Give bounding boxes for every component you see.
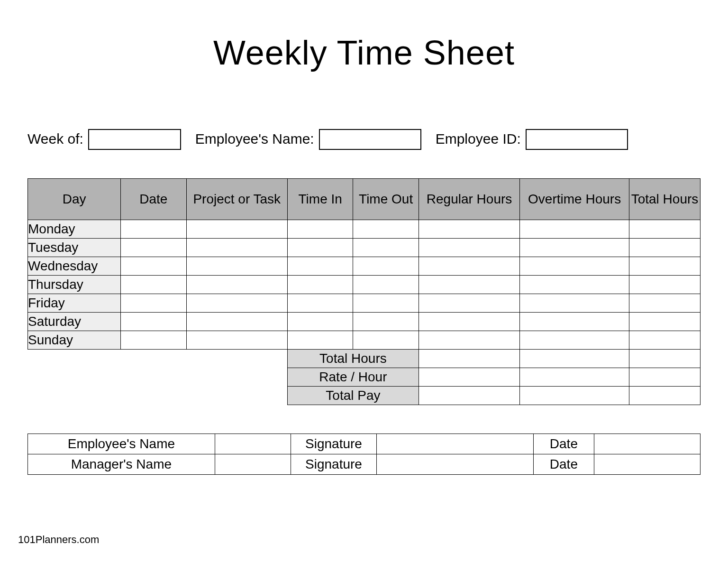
employee-id-input[interactable]	[526, 129, 628, 150]
date-cell[interactable]	[121, 220, 186, 239]
rate-reg[interactable]	[419, 368, 519, 387]
col-time-in: Time In	[287, 179, 353, 220]
total-cell[interactable]	[629, 294, 700, 313]
sig-emp-name-label: Employee's Name	[28, 434, 215, 454]
col-task: Project or Task	[186, 179, 287, 220]
rate-total[interactable]	[629, 368, 700, 387]
total-cell[interactable]	[629, 220, 700, 239]
sig-emp-date-label: Date	[533, 434, 594, 454]
sig-mgr-name-value[interactable]	[215, 454, 291, 475]
col-date: Date	[121, 179, 186, 220]
in-cell[interactable]	[287, 257, 353, 276]
reg-cell[interactable]	[419, 220, 519, 239]
col-regular: Regular Hours	[419, 179, 519, 220]
table-row: Saturday	[28, 313, 701, 331]
in-cell[interactable]	[287, 313, 353, 331]
out-cell[interactable]	[353, 331, 419, 350]
ot-cell[interactable]	[520, 220, 629, 239]
employee-name-label: Employee's Name:	[195, 131, 314, 147]
pay-reg[interactable]	[419, 387, 519, 405]
ot-cell[interactable]	[520, 276, 629, 294]
in-cell[interactable]	[287, 239, 353, 257]
out-cell[interactable]	[353, 239, 419, 257]
total-hours-ot[interactable]	[520, 350, 629, 368]
date-cell[interactable]	[121, 331, 186, 350]
in-cell[interactable]	[287, 294, 353, 313]
pay-ot[interactable]	[520, 387, 629, 405]
table-row: Tuesday	[28, 239, 701, 257]
task-cell[interactable]	[186, 257, 287, 276]
info-row: Week of: Employee's Name: Employee ID:	[27, 129, 701, 150]
total-hours-total[interactable]	[629, 350, 700, 368]
out-cell[interactable]	[353, 257, 419, 276]
ot-cell[interactable]	[520, 239, 629, 257]
reg-cell[interactable]	[419, 257, 519, 276]
table-row: Wednesday	[28, 257, 701, 276]
out-cell[interactable]	[353, 220, 419, 239]
out-cell[interactable]	[353, 294, 419, 313]
total-cell[interactable]	[629, 313, 700, 331]
total-cell[interactable]	[629, 239, 700, 257]
signature-table: Employee's Name Signature Date Manager's…	[27, 434, 701, 475]
week-of-input[interactable]	[88, 129, 181, 150]
date-cell[interactable]	[121, 294, 186, 313]
reg-cell[interactable]	[419, 294, 519, 313]
sig-mgr-name-label: Manager's Name	[28, 454, 215, 475]
date-cell[interactable]	[121, 276, 186, 294]
reg-cell[interactable]	[419, 276, 519, 294]
ot-cell[interactable]	[520, 331, 629, 350]
footer-attribution: 101Planners.com	[18, 534, 99, 546]
timesheet-table: Day Date Project or Task Time In Time Ou…	[27, 178, 701, 405]
day-cell: Sunday	[28, 331, 121, 350]
sig-mgr-date-value[interactable]	[594, 454, 700, 475]
summary-row-rate: Rate / Hour	[28, 368, 701, 387]
total-cell[interactable]	[629, 257, 700, 276]
col-day: Day	[28, 179, 121, 220]
out-cell[interactable]	[353, 313, 419, 331]
total-cell[interactable]	[629, 331, 700, 350]
summary-row-total-hours: Total Hours	[28, 350, 701, 368]
table-row: Friday	[28, 294, 701, 313]
pay-total[interactable]	[629, 387, 700, 405]
in-cell[interactable]	[287, 220, 353, 239]
total-cell[interactable]	[629, 276, 700, 294]
date-cell[interactable]	[121, 239, 186, 257]
total-hours-label: Total Hours	[287, 350, 419, 368]
reg-cell[interactable]	[419, 239, 519, 257]
task-cell[interactable]	[186, 276, 287, 294]
task-cell[interactable]	[186, 313, 287, 331]
task-cell[interactable]	[186, 294, 287, 313]
rate-ot[interactable]	[520, 368, 629, 387]
task-cell[interactable]	[186, 239, 287, 257]
table-row: Thursday	[28, 276, 701, 294]
col-total: Total Hours	[629, 179, 700, 220]
date-cell[interactable]	[121, 313, 186, 331]
sig-mgr-sig-value[interactable]	[377, 454, 534, 475]
task-cell[interactable]	[186, 220, 287, 239]
sig-mgr-sig-label: Signature	[291, 454, 376, 475]
sig-mgr-date-label: Date	[533, 454, 594, 475]
day-cell: Tuesday	[28, 239, 121, 257]
sig-emp-sig-label: Signature	[291, 434, 376, 454]
employee-name-input[interactable]	[319, 129, 421, 150]
sig-emp-sig-value[interactable]	[377, 434, 534, 454]
in-cell[interactable]	[287, 276, 353, 294]
sig-emp-name-value[interactable]	[215, 434, 291, 454]
day-cell: Wednesday	[28, 257, 121, 276]
table-row: Sunday	[28, 331, 701, 350]
ot-cell[interactable]	[520, 313, 629, 331]
out-cell[interactable]	[353, 276, 419, 294]
employee-id-label: Employee ID:	[436, 131, 521, 147]
total-hours-reg[interactable]	[419, 350, 519, 368]
date-cell[interactable]	[121, 257, 186, 276]
in-cell[interactable]	[287, 331, 353, 350]
total-pay-label: Total Pay	[287, 387, 419, 405]
sig-emp-date-value[interactable]	[594, 434, 700, 454]
ot-cell[interactable]	[520, 294, 629, 313]
day-cell: Friday	[28, 294, 121, 313]
reg-cell[interactable]	[419, 331, 519, 350]
ot-cell[interactable]	[520, 257, 629, 276]
task-cell[interactable]	[186, 331, 287, 350]
reg-cell[interactable]	[419, 313, 519, 331]
day-cell: Saturday	[28, 313, 121, 331]
